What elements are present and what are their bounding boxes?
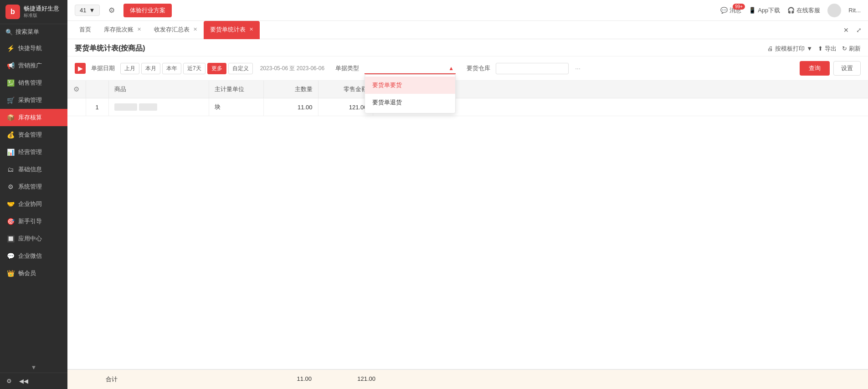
query-button[interactable]: 查询 [800,61,830,76]
sidebar-logo: b 畅捷通好生意 标准版 [0,0,67,24]
page-header: 要货单统计表(按商品) 🖨 按模板打印 ▼ ⬆ 导出 ↻ 刷新 [67,39,868,56]
basic-icon: 🗂 [6,166,15,173]
refresh-button[interactable]: ↻ 刷新 [842,45,861,53]
sidebar-item-sales[interactable]: 💹销售管理 [0,74,67,92]
system-icon: ⚙ [6,183,15,190]
type-filter-label: 单据类型 [335,64,359,72]
nav-label: 销售管理 [18,79,42,87]
wechat-icon: 💬 [6,252,15,260]
sidebar-item-finance[interactable]: 💰资金管理 [0,126,67,143]
store-id: 41 [80,7,86,14]
filter-bar: ▶ 单据日期 上月 本月 本年 近7天 更多 自定义 2023-05-06 至 … [67,56,868,81]
store-selector[interactable]: 41 ▼ [75,5,100,16]
sidebar-item-wechat[interactable]: 💬企业微信 [0,247,67,265]
last-7days-btn[interactable]: 近7天 [183,63,205,74]
tab-order-summary[interactable]: 要货单统计表✕ [204,21,260,39]
sidebar-item-system[interactable]: ⚙系统管理 [0,178,67,195]
search-icon: 🔍 [5,29,13,36]
print-dropdown-icon: ▼ [806,45,812,52]
main-area: 41 ▼ ⚙ 体验行业方案 💬 消息 99+ 📱 App下载 🎧 在线客服 Ri… [67,0,868,389]
logo-icon: b [5,5,20,19]
nav-label: 应用中心 [18,235,42,243]
expand-filter-button[interactable]: ▶ [75,63,86,74]
top-header: 41 ▼ ⚙ 体验行业方案 💬 消息 99+ 📱 App下载 🎧 在线客服 Ri… [67,0,868,21]
col-settings[interactable]: ⚙ [67,81,86,98]
more-dates-btn[interactable]: 更多 [207,63,226,74]
messages-button[interactable]: 💬 消息 99+ [720,6,741,15]
close-tab-order-summary[interactable]: ✕ [249,26,253,32]
app-name: 畅捷通好生意 [24,5,59,13]
custom-date-btn[interactable]: 自定义 [228,63,253,74]
tab-receipt-summary[interactable]: 收发存汇总表✕ [148,21,204,39]
online-service-button[interactable]: 🎧 在线客服 [787,6,820,15]
avatar[interactable] [827,4,841,17]
tab-label: 库存批次账 [104,26,134,34]
type-select-arrow[interactable]: ▲ [448,65,454,72]
dropdown-icon: ▼ [89,7,95,14]
close-all-tabs[interactable]: ✕ [841,25,852,36]
sidebar-item-marketing[interactable]: 📢营销推广 [0,57,67,74]
this-year-btn[interactable]: 本年 [162,63,181,74]
col-product: 商品 [108,81,209,98]
warehouse-input[interactable] [496,63,569,74]
warehouse-label: 要货仓库 [467,64,490,72]
sidebar-item-guide[interactable]: 🎯新手引导 [0,213,67,230]
sidebar-item-operations[interactable]: 📊经营管理 [0,143,67,161]
tab-bar: 首页库存批次账✕收发存汇总表✕要货单统计表✕ ✕ ⤢ [67,21,868,39]
app-version: 标准版 [24,12,59,19]
dropdown-item-2[interactable]: 要货单退货 [365,94,455,111]
search-menu[interactable]: 🔍 搜索菜单 [0,24,67,40]
quick-nav-icon: ⚡ [6,45,15,52]
industry-button[interactable]: 体验行业方案 [123,4,172,17]
sidebar-item-purchase[interactable]: 🛒采购管理 [0,92,67,109]
sidebar-item-basic[interactable]: 🗂基础信息 [0,161,67,178]
tab-home[interactable]: 首页 [73,21,98,39]
footer-qty: 11.00 [257,375,312,384]
table-wrapper: ⚙ 商品 主计量单位 主数量 零售金额 1 [67,81,868,369]
last-month-btn[interactable]: 上月 [120,63,139,74]
settings-icon[interactable]: ⚙ [6,378,12,384]
marketing-icon: 📢 [6,62,15,69]
collapse-icon[interactable]: ◀◀ [19,378,28,384]
sidebar-scroll-down[interactable]: ▼ [0,362,67,373]
sales-icon: 💹 [6,79,15,87]
total-label: 合计 [106,376,118,383]
tab-batch-account[interactable]: 库存批次账✕ [98,21,148,39]
online-service-label: 在线客服 [796,6,820,15]
close-tab-receipt-summary[interactable]: ✕ [193,26,197,32]
purchase-icon: 🛒 [6,97,15,104]
close-tab-batch-account[interactable]: ✕ [137,26,141,32]
col-unit: 主计量单位 [209,81,263,98]
nav-label: 营销推广 [18,61,42,70]
print-button[interactable]: 🖨 按模板打印 ▼ [767,45,812,53]
col-no [86,81,108,98]
export-button[interactable]: ⬆ 导出 [818,45,837,53]
settings-gear-button[interactable]: ⚙ [105,4,118,17]
sidebar-item-quick-nav[interactable]: ⚡快捷导航 [0,40,67,57]
row-product [108,98,209,116]
type-select-input[interactable] [365,63,456,74]
row-no: 1 [86,98,108,116]
sidebar-item-members[interactable]: 👑畅会员 [0,265,67,282]
date-filter-label: 单据日期 [91,64,115,72]
refresh-icon: ↻ [842,45,847,52]
nav-label: 新手引导 [18,217,42,225]
warehouse-more[interactable]: ··· [575,65,580,72]
sidebar-item-apps[interactable]: 🔲应用中心 [0,230,67,247]
row-unit: 块 [209,98,263,116]
nav-label: 快捷导航 [18,44,42,52]
app-download-label: App下载 [758,6,780,15]
dropdown-item-1[interactable]: 要货单要货 [365,77,455,94]
app-download-button[interactable]: 📱 App下载 [749,6,780,15]
expand-tabs[interactable]: ⤢ [853,25,864,36]
username: Rit... [848,7,861,14]
this-month-btn[interactable]: 本月 [141,63,160,74]
table-row: 1 块 11.00 121.00 [67,98,868,116]
footer-label: 合计 [75,375,175,384]
apps-icon: 🔲 [6,235,15,242]
sidebar-item-inventory[interactable]: 📦库存核算 [0,109,67,126]
guide-icon: 🎯 [6,218,15,225]
members-icon: 👑 [6,270,15,277]
sidebar-item-coop[interactable]: 🤝企业协同 [0,195,67,213]
filter-settings-button[interactable]: 设置 [833,61,861,76]
